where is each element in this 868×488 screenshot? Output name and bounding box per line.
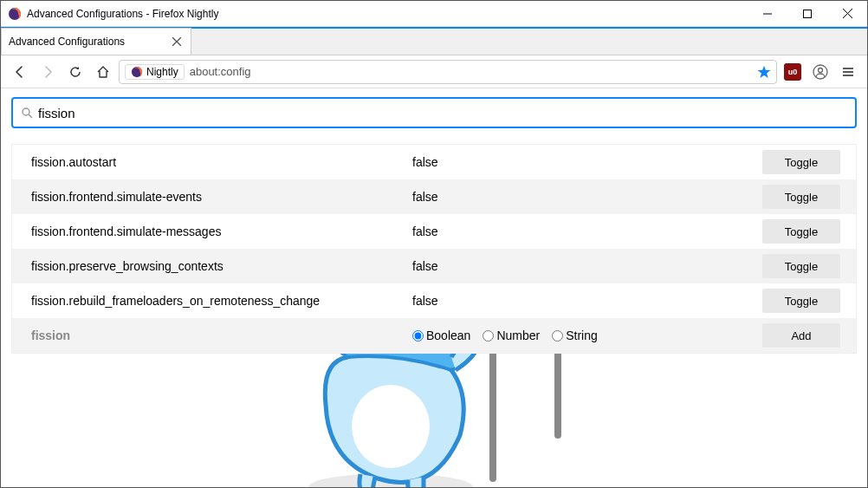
bookmark-star-icon[interactable] — [757, 65, 771, 79]
menu-icon[interactable] — [836, 60, 860, 84]
window-title: Advanced Configurations - Firefox Nightl… — [27, 8, 748, 20]
pref-value: false — [412, 259, 762, 273]
pref-add-row: fissionBooleanNumberStringAdd — [12, 318, 856, 353]
profile-icon[interactable] — [808, 60, 832, 84]
preference-search-box[interactable] — [11, 97, 857, 128]
pref-row[interactable]: fission.rebuild_frameloaders_on_remotene… — [12, 283, 856, 318]
toggle-button[interactable]: Toggle — [762, 289, 840, 313]
radio-input[interactable] — [483, 330, 494, 342]
pref-row[interactable]: fission.frontend.simulate-messagesfalseT… — [12, 214, 856, 249]
pref-name: fission — [31, 329, 412, 342]
tab-strip: Advanced Configurations — [1, 27, 867, 55]
svg-line-19 — [29, 114, 32, 118]
firefox-nightly-icon — [131, 66, 143, 78]
back-button[interactable] — [8, 60, 32, 84]
forward-button[interactable] — [36, 60, 60, 84]
toggle-button[interactable]: Toggle — [762, 254, 840, 278]
type-radio-number[interactable]: Number — [483, 329, 540, 342]
close-window-button[interactable] — [827, 1, 867, 26]
pref-type-selector: BooleanNumberString — [412, 329, 762, 342]
type-radio-string[interactable]: String — [552, 329, 598, 342]
tab-close-button[interactable] — [170, 35, 184, 49]
radio-input[interactable] — [552, 330, 563, 342]
toggle-button[interactable]: Toggle — [762, 219, 840, 244]
pref-row[interactable]: fission.autostartfalseToggle — [12, 145, 856, 179]
pref-value: false — [412, 190, 762, 204]
firefox-nightly-icon — [8, 7, 22, 21]
preference-search-input[interactable] — [38, 106, 846, 120]
pref-name: fission.preserve_browsing_contexts — [31, 259, 412, 273]
content-area: fission.autostartfalseTogglefission.fron… — [1, 88, 867, 487]
pref-name: fission.rebuild_frameloaders_on_remotene… — [31, 294, 412, 308]
radio-label: Number — [496, 329, 540, 342]
svg-point-18 — [23, 108, 29, 115]
pref-row[interactable]: fission.preserve_browsing_contextsfalseT… — [12, 249, 856, 283]
home-button[interactable] — [91, 60, 115, 84]
site-identity[interactable]: Nightly — [125, 64, 185, 80]
ublock-icon[interactable]: u0 — [781, 60, 805, 84]
radio-label: Boolean — [426, 329, 470, 342]
tab-label: Advanced Configurations — [9, 36, 170, 48]
minimize-button[interactable] — [748, 1, 787, 26]
pref-name: fission.frontend.simulate-events — [31, 190, 412, 204]
search-icon — [22, 107, 33, 119]
pref-row[interactable]: fission.frontend.simulate-eventsfalseTog… — [12, 179, 856, 214]
svg-point-16 — [308, 473, 473, 488]
url-text: about:config — [190, 65, 752, 78]
url-bar[interactable]: Nightly about:config — [119, 60, 777, 84]
preference-table: fission.autostartfalseTogglefission.fron… — [11, 144, 857, 354]
radio-input[interactable] — [412, 330, 424, 342]
maximize-button[interactable] — [787, 1, 827, 26]
navigation-toolbar: Nightly about:config u0 — [1, 55, 867, 88]
tab-advanced-configurations[interactable]: Advanced Configurations — [1, 28, 191, 55]
pref-value: false — [412, 294, 762, 308]
site-identity-label: Nightly — [146, 66, 178, 78]
pref-name: fission.frontend.simulate-messages — [31, 224, 412, 238]
reload-button[interactable] — [63, 60, 87, 84]
add-button[interactable]: Add — [762, 323, 840, 348]
svg-point-9 — [819, 68, 823, 72]
svg-rect-2 — [804, 10, 812, 17]
toggle-button[interactable]: Toggle — [762, 150, 840, 174]
radio-label: String — [566, 329, 598, 342]
type-radio-boolean[interactable]: Boolean — [412, 329, 470, 342]
pref-value: false — [412, 224, 762, 238]
pref-value: false — [412, 155, 762, 169]
pref-name: fission.autostart — [31, 155, 412, 169]
window-title-bar: Advanced Configurations - Firefox Nightl… — [1, 1, 867, 27]
toggle-button[interactable]: Toggle — [762, 185, 840, 209]
svg-point-17 — [352, 385, 430, 468]
